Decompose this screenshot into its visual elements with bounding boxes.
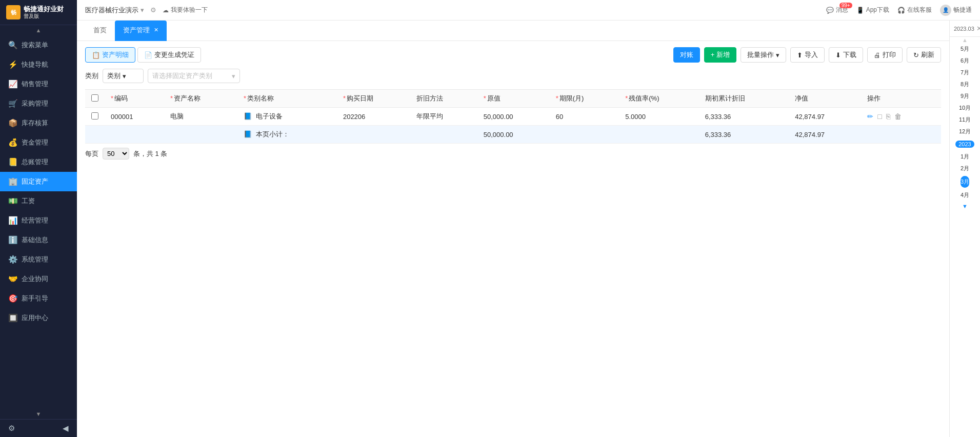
basic-info-icon: ℹ️ xyxy=(8,235,17,245)
subtotal-empty3 xyxy=(337,126,410,144)
calendar-month-1[interactable]: 1月 xyxy=(950,151,980,163)
subtotal-empty2 xyxy=(164,126,237,144)
calendar-close-icon[interactable]: ✕ xyxy=(974,23,980,34)
subtab-asset-detail[interactable]: 📋 资产明细 xyxy=(85,47,135,63)
calendar-month-9[interactable]: 9月 xyxy=(950,90,980,102)
import-button[interactable]: ⬆ 导入 xyxy=(790,47,825,63)
subtotal-empty5 xyxy=(550,126,619,144)
cell-depreciation-method: 年限平均 xyxy=(410,108,477,126)
th-purchase-date: *购买日期 xyxy=(337,90,410,108)
online-service-button[interactable]: 🎧 在线客服 xyxy=(897,6,932,14)
message-button[interactable]: 💬 消息 99+ xyxy=(826,6,848,14)
company-selector[interactable]: 医疗器械行业演示 ▾ xyxy=(85,6,144,15)
th-category: *类别名称 xyxy=(237,90,337,108)
sidebar-item-search[interactable]: 🔍 搜索菜单 xyxy=(0,35,77,55)
reconcile-button[interactable]: 对账 xyxy=(673,47,700,63)
calendar-month-12[interactable]: 12月 xyxy=(950,126,980,137)
th-name: *资产名称 xyxy=(164,90,237,108)
calendar-month-6[interactable]: 6月 xyxy=(950,55,980,67)
logo-text: 畅捷通好业财 普及版 xyxy=(24,5,64,19)
download-button[interactable]: ⬇ 下载 xyxy=(829,47,863,63)
sidebar-item-salary[interactable]: 💵 工资 xyxy=(0,191,77,211)
sidebar-item-purchase[interactable]: 🛒 采购管理 xyxy=(0,94,77,113)
sidebar-item-sales[interactable]: 📈 销售管理 xyxy=(0,74,77,94)
page-size-select[interactable]: 10 20 50 100 xyxy=(103,148,129,160)
category-type-select[interactable]: 类别 ▾ xyxy=(103,69,144,83)
refresh-button[interactable]: ↻ 刷新 xyxy=(907,47,941,63)
sidebar-item-inventory[interactable]: 📦 库存核算 xyxy=(0,113,77,133)
sidebar-item-system[interactable]: ⚙️ 系统管理 xyxy=(0,250,77,269)
print-button[interactable]: 🖨 打印 xyxy=(867,47,903,63)
reconcile-label: 对账 xyxy=(680,50,693,59)
select-all-checkbox[interactable] xyxy=(91,94,98,102)
calendar-year-badge-row: 2023 xyxy=(950,140,980,149)
settings-icon[interactable]: ⚙ xyxy=(8,424,15,433)
batch-label: 批量操作 xyxy=(747,50,774,59)
quick-nav-icon: ⚡ xyxy=(8,60,17,69)
sidebar-item-quick-nav[interactable]: ⚡ 快捷导航 xyxy=(0,55,77,74)
row-checkbox-cell[interactable] xyxy=(85,108,105,126)
subtotal-label-cell: 📘 本页小计： xyxy=(237,126,337,144)
sidebar-item-label: 快捷导航 xyxy=(22,60,48,69)
app-name: 畅捷通好业财 xyxy=(24,5,64,13)
tab-asset-mgmt[interactable]: 资产管理 ✕ xyxy=(115,21,167,41)
app-download-button[interactable]: 📱 App下载 xyxy=(856,6,889,14)
tab-home[interactable]: 首页 xyxy=(85,21,115,41)
experience-button[interactable]: ☁ 我要体验一下 xyxy=(163,6,208,14)
sidebar-item-label: 采购管理 xyxy=(22,99,48,108)
subtab-voucher-gen[interactable]: 📄 变更生成凭证 xyxy=(137,47,201,63)
calendar-month-5[interactable]: 5月 xyxy=(950,43,980,55)
delete-icon[interactable]: 🗑 xyxy=(894,112,902,121)
sidebar-item-finance[interactable]: 💰 资金管理 xyxy=(0,133,77,152)
sales-icon: 📈 xyxy=(8,80,17,89)
sidebar-item-app-center[interactable]: 🔲 应用中心 xyxy=(0,308,77,328)
sidebar-item-enterprise[interactable]: 🤝 企业协同 xyxy=(0,269,77,289)
cal-scroll-down[interactable]: ▼ xyxy=(950,203,980,209)
row-checkbox[interactable] xyxy=(91,112,98,120)
batch-arrow-icon: ▾ xyxy=(776,51,779,59)
th-code: *编码 xyxy=(105,90,164,108)
cell-category: 📘 电子设备 xyxy=(237,108,337,126)
sidebar-item-label: 系统管理 xyxy=(22,255,48,264)
inventory-icon: 📦 xyxy=(8,118,17,128)
toolbar-right: 对账 + 新增 批量操作 ▾ ⬆ 导入 xyxy=(673,47,941,63)
sidebar-item-label: 资金管理 xyxy=(22,138,48,147)
ledger-icon: 📒 xyxy=(8,157,17,167)
sidebar-item-ledger[interactable]: 📒 总账管理 xyxy=(0,152,77,172)
cell-residual-rate: 5.0000 xyxy=(619,108,698,126)
th-checkbox[interactable] xyxy=(85,90,105,108)
print-icon: 🖨 xyxy=(874,51,881,59)
calendar-month-4[interactable]: 4月 xyxy=(950,189,980,201)
new-button[interactable]: + 新增 xyxy=(704,47,736,63)
calendar-current-month[interactable]: 3月 xyxy=(961,176,969,188)
cal-scroll-up[interactable]: ▲ xyxy=(950,37,980,43)
calendar-month-8[interactable]: 8月 xyxy=(950,78,980,90)
calendar-month-7[interactable]: 7月 xyxy=(950,67,980,78)
subtotal-initial-accum: 6,333.36 xyxy=(699,126,789,144)
sidebar-item-guide[interactable]: 🎯 新手引导 xyxy=(0,289,77,308)
sidebar-item-label: 搜索菜单 xyxy=(22,41,48,50)
refresh-label: 刷新 xyxy=(921,50,934,59)
category-input[interactable]: 请选择固定资产类别 ▾ xyxy=(148,69,240,83)
sidebar-item-label: 固定资产 xyxy=(22,177,48,186)
tab-close-icon[interactable]: ✕ xyxy=(154,27,158,33)
edit-icon[interactable]: ✏ xyxy=(867,112,873,121)
cell-initial-accum: 6,333.36 xyxy=(699,108,789,126)
clone-icon[interactable]: ⎘ xyxy=(886,112,890,121)
sidebar-item-basic-info[interactable]: ℹ️ 基础信息 xyxy=(0,230,77,250)
calendar-month-10[interactable]: 10月 xyxy=(950,102,980,114)
sidebar-scroll-down[interactable]: ▼ xyxy=(0,409,77,419)
per-page-label: 每页 xyxy=(85,149,98,158)
calendar-month-2[interactable]: 2月 xyxy=(950,163,980,174)
cloud-icon: ☁ xyxy=(163,7,169,14)
sidebar-scroll-up[interactable]: ▲ xyxy=(0,25,77,35)
subtab-voucher-gen-label: 变更生成凭证 xyxy=(154,50,194,59)
collapse-icon[interactable]: ◀ xyxy=(63,424,69,433)
batch-button[interactable]: 批量操作 ▾ xyxy=(741,47,786,63)
sidebar-item-fixed-assets[interactable]: 🏢 固定资产 xyxy=(0,172,77,191)
sidebar-item-operation[interactable]: 📊 经营管理 xyxy=(0,211,77,230)
calendar-month-11[interactable]: 11月 xyxy=(950,114,980,126)
copy-icon[interactable]: □ xyxy=(877,112,882,121)
user-menu[interactable]: 👤 畅捷通 xyxy=(940,5,972,16)
topbar-gear-icon[interactable]: ⚙ xyxy=(150,6,156,14)
